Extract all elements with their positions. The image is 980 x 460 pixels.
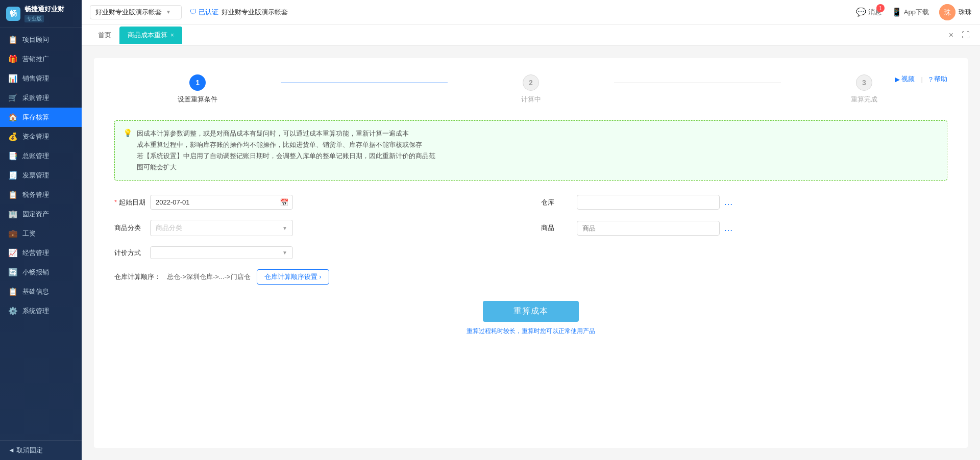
steps-indicator: 1 设置重算条件 2 计算中 3 重算完成 — [114, 74, 947, 104]
sidebar-item-inventory[interactable]: 🏠 库存核算 — [0, 108, 82, 127]
account-selector[interactable]: 好业财专业版演示帐套 ▼ — [90, 5, 182, 19]
product-category-label: 商品分类 — [114, 223, 150, 233]
sidebar-item-marketing[interactable]: 🎁 营销推广 — [0, 49, 82, 69]
svg-text:珠: 珠 — [944, 8, 951, 16]
pricing-field: 计价方式 ▼ — [114, 246, 521, 259]
tab-cost-recalc[interactable]: 商品成本重算 × — [119, 27, 182, 44]
system-icon: ⚙️ — [8, 306, 17, 316]
verified-badge: 🛡 已认证 好业财专业版演示帐套 — [190, 8, 288, 17]
logo-icon: 畅 — [6, 7, 20, 21]
sidebar-item-project[interactable]: 📋 项目顾问 — [0, 30, 82, 49]
step-1-label: 设置重算条件 — [178, 95, 217, 104]
warehouse-order-row: 仓库计算顺序： 总仓->深圳仓库->...->门店仓 仓库计算顺序设置 › — [114, 269, 947, 285]
app-logo: 畅 畅捷通好业财 专业版 — [0, 0, 82, 28]
warehouse-order-label: 仓库计算顺序： — [114, 272, 161, 282]
form-row-2: 商品分类 商品分类 ▼ 商品 … — [114, 220, 947, 236]
tab-home[interactable]: 首页 — [90, 27, 119, 44]
question-icon: ? — [929, 75, 933, 83]
sidebar-item-assets[interactable]: 🏢 固定资产 — [0, 205, 82, 224]
project-icon: 📋 — [8, 35, 17, 44]
expand-window-icon[interactable]: ⛶ — [960, 29, 972, 42]
sidebar-item-system[interactable]: ⚙️ 系统管理 — [0, 301, 82, 321]
step-1-circle: 1 — [189, 74, 206, 91]
basic-icon: 📋 — [8, 287, 17, 296]
sidebar-item-sales[interactable]: 📊 销售管理 — [0, 69, 82, 88]
marketing-icon: 🎁 — [8, 55, 17, 64]
play-icon: ▶ — [895, 75, 900, 83]
messages-button[interactable]: 💬 消息 1 — [856, 7, 881, 17]
step-2: 2 计算中 — [448, 74, 614, 104]
help-button[interactable]: ? 帮助 — [929, 74, 947, 84]
app-download-button[interactable]: 📱 App下载 — [892, 7, 929, 17]
warehouse-field: 仓库 … — [541, 195, 947, 210]
topbar: 好业财专业版演示帐套 ▼ 🛡 已认证 好业财专业版演示帐套 💬 消息 1 📱 A… — [82, 0, 980, 24]
close-window-icon[interactable]: × — [947, 29, 955, 42]
sidebar-item-basic[interactable]: 📋 基础信息 — [0, 282, 82, 301]
help-actions: ▶ 视频 | ? 帮助 — [895, 74, 947, 84]
pricing-select[interactable]: ▼ — [150, 246, 293, 259]
assets-icon: 🏢 — [8, 210, 17, 219]
product-category-select[interactable]: 商品分类 ▼ — [150, 220, 293, 236]
main-area: 好业财专业版演示帐套 ▼ 🛡 已认证 好业财专业版演示帐套 💬 消息 1 📱 A… — [82, 0, 980, 460]
tabbar: 首页 商品成本重算 × × ⛶ — [82, 24, 980, 46]
warehouse-order-settings-button[interactable]: 仓库计算顺序设置 › — [257, 269, 329, 285]
finance-icon: 💰 — [8, 132, 17, 141]
shield-icon: 🛡 — [190, 8, 197, 16]
accounting-icon: 📑 — [8, 151, 17, 161]
sidebar-item-salary[interactable]: 💼 工资 — [0, 224, 82, 243]
logo-text: 畅捷通好业财 专业版 — [24, 5, 64, 22]
sidebar-pin-toggle[interactable]: ◄ 取消固定 — [0, 440, 82, 460]
user-profile[interactable]: 珠 珠珠 — [939, 4, 972, 20]
product-category-field: 商品分类 商品分类 ▼ — [114, 220, 521, 236]
tab-close-icon[interactable]: × — [170, 32, 174, 39]
purchase-icon: 🛒 — [8, 93, 17, 103]
info-text: 因成本计算参数调整，或是对商品成本有疑问时，可以通过成本重算功能，重新计算一遍成… — [137, 128, 435, 173]
start-date-input[interactable]: 📅 — [150, 195, 293, 210]
step-2-circle: 2 — [523, 74, 539, 91]
warehouse-input[interactable] — [577, 195, 720, 210]
info-box: 💡 因成本计算参数调整，或是对商品成本有疑问时，可以通过成本重算功能，重新计算一… — [114, 120, 947, 181]
warehouse-more-icon[interactable]: … — [722, 197, 735, 208]
chevron-down-icon: ▼ — [282, 225, 287, 231]
expense-icon: 🔄 — [8, 268, 17, 277]
salary-icon: 💼 — [8, 229, 17, 238]
step-1: 1 设置重算条件 — [114, 74, 281, 104]
sidebar-item-invoice[interactable]: 🧾 发票管理 — [0, 166, 82, 185]
messages-badge: 1 — [876, 4, 885, 12]
content-area: 1 设置重算条件 2 计算中 3 重算完成 — [82, 46, 980, 460]
message-icon: 💬 — [856, 7, 866, 17]
warehouse-text[interactable] — [577, 195, 719, 209]
product-more-icon[interactable]: … — [722, 223, 735, 234]
start-date-text[interactable] — [151, 195, 276, 209]
sidebar-item-accounting[interactable]: 📑 总账管理 — [0, 146, 82, 166]
step-3-circle: 3 — [856, 74, 872, 91]
pricing-label: 计价方式 — [114, 248, 150, 258]
calendar-icon[interactable]: 📅 — [276, 198, 292, 207]
form-row-3: 计价方式 ▼ — [114, 246, 947, 259]
sidebar-item-purchase[interactable]: 🛒 采购管理 — [0, 88, 82, 108]
video-button[interactable]: ▶ 视频 — [895, 74, 915, 84]
phone-icon: 📱 — [892, 7, 902, 17]
content-card: 1 设置重算条件 2 计算中 3 重算完成 — [94, 58, 968, 448]
step-3-label: 重算完成 — [851, 95, 877, 104]
product-input[interactable] — [577, 221, 720, 236]
recalc-note: 重算过程耗时较长，重算时您可以正常使用产品 — [467, 327, 595, 336]
chevron-down-icon: ▼ — [166, 9, 171, 15]
product-text[interactable] — [577, 221, 719, 235]
tax-icon: 📋 — [8, 190, 17, 199]
start-date-field: 起始日期 📅 — [114, 195, 521, 210]
step-2-label: 计算中 — [521, 95, 541, 104]
sidebar-item-expense[interactable]: 🔄 小畅报销 — [0, 263, 82, 282]
recalc-button[interactable]: 重算成本 — [483, 301, 579, 322]
sidebar-item-operations[interactable]: 📈 经营管理 — [0, 243, 82, 263]
operations-icon: 📈 — [8, 248, 17, 258]
info-icon: 💡 — [123, 129, 133, 138]
sidebar-nav: 📋 项目顾问 🎁 营销推广 📊 销售管理 🛒 采购管理 🏠 库存核算 💰 资金管… — [0, 28, 82, 440]
invoice-icon: 🧾 — [8, 171, 17, 180]
window-controls: × ⛶ — [947, 29, 972, 42]
inventory-icon: 🏠 — [8, 113, 17, 122]
sidebar-item-finance[interactable]: 💰 资金管理 — [0, 127, 82, 146]
sidebar-item-tax[interactable]: 📋 税务管理 — [0, 185, 82, 205]
form-row-1: 起始日期 📅 仓库 … — [114, 195, 947, 210]
chevron-down-icon: ▼ — [282, 250, 287, 255]
